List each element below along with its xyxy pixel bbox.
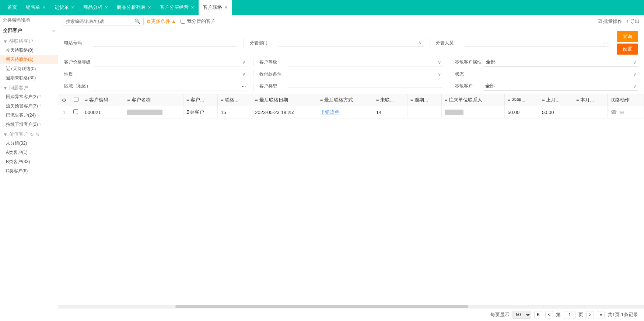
close-icon[interactable]: ✕	[42, 5, 46, 10]
more-icon[interactable]: ···	[242, 83, 246, 89]
horizontal-scrollbar[interactable]	[58, 305, 644, 308]
filter-region-select[interactable]: ···	[94, 82, 247, 90]
chevron-down-icon: ∨	[419, 40, 422, 45]
close-icon[interactable]: ✕	[191, 5, 194, 10]
filter-person: 分管人员 ···	[436, 39, 609, 47]
filter-row-3: 性质 ∨ 收付款条件 ∨ 状态	[64, 70, 638, 79]
collapse-icon[interactable]: «	[52, 28, 55, 34]
table-wrap: ⚙ ≡ 客户编码 ≡ 客户名称 ≡ 客户... ≡ 联络... ≡ 最后联络日期…	[58, 94, 644, 305]
filter-customer-type-select[interactable]	[288, 85, 442, 87]
th-type: ≡ 客户...	[183, 94, 218, 106]
row-check[interactable]	[73, 109, 78, 114]
filter-retail-select[interactable]: 全部 ∨	[484, 82, 638, 91]
search-input-wrap: 🔍	[63, 17, 144, 25]
filter-customer-level-select[interactable]: ∨	[288, 58, 442, 66]
check-all[interactable]	[74, 97, 78, 102]
page-input[interactable]	[564, 311, 575, 318]
divider	[430, 38, 430, 47]
next-page-btn[interactable]: >	[586, 311, 594, 318]
last-page-btn[interactable]: »	[597, 311, 605, 318]
search-input[interactable]	[66, 19, 134, 24]
td-contacts: 15	[218, 106, 252, 118]
nav-product-analysis[interactable]: 商品分析 ✕	[79, 0, 112, 15]
filter-status-label: 状态	[455, 71, 481, 77]
filter-retail-attr-select[interactable]: 全部 ∨	[484, 58, 638, 67]
search-icon[interactable]: 🔍	[134, 18, 140, 24]
export-btn[interactable]: ↑ 导出	[627, 18, 640, 25]
td-not-contacted: 14	[373, 106, 407, 118]
content-area: 🔍 ⧉ 更多条件 ▲ 我分管的客户 ☑ 批量操作 ↑ 导出	[58, 15, 644, 321]
my-customers-checkbox[interactable]	[181, 19, 185, 24]
phone-icon[interactable]: ☎	[610, 109, 617, 115]
th-check	[70, 94, 82, 106]
sidebar-item-c-class[interactable]: C类客户(6)	[0, 166, 58, 176]
th-last-method: ≡ 最后联络方式	[317, 94, 373, 106]
th-action: 联络动作	[608, 94, 644, 106]
sidebar-item-abnormal[interactable]: 回购异常客户(2) ?	[0, 92, 58, 101]
last-method-link[interactable]: 下销货单	[320, 109, 339, 115]
page-label: 第	[556, 311, 561, 318]
main-layout: 🔍 全部客户 « ▼ 待联络客户 今天待联络(0) 明天待联络(1) 近7天待联…	[0, 15, 644, 321]
sidebar-search-input[interactable]	[3, 17, 58, 23]
filter-person-select[interactable]: ···	[465, 39, 609, 47]
filter-phone-input[interactable]	[93, 39, 238, 47]
divider	[244, 38, 244, 47]
sidebar-item-ungrouped[interactable]: 未分组(32)	[0, 139, 58, 148]
sidebar-item-today[interactable]: 今天待联络(0)	[0, 46, 58, 55]
arrow-icon: ▼	[3, 39, 8, 44]
batch-btn[interactable]: ☑ 批量操作	[598, 18, 622, 25]
chevron-down-icon: ∨	[438, 71, 441, 77]
filter-status-select[interactable]: ∨	[484, 70, 638, 78]
nav-purchase[interactable]: 进货单 ✕	[50, 0, 79, 15]
close-icon[interactable]: ✕	[71, 5, 74, 10]
sidebar-item-a-class[interactable]: A类客户(1)	[0, 148, 58, 157]
sidebar-item-b-class[interactable]: B类客户(33)	[0, 157, 58, 166]
filter-dept-select[interactable]: ∨	[279, 39, 423, 47]
sidebar-item-7days[interactable]: 近7天待联络(0)	[0, 64, 58, 73]
chevron-down-icon: ∨	[633, 71, 637, 77]
chevron-down-icon: ∨	[242, 71, 246, 77]
sidebar-item-declining[interactable]: 持续下滑客户(2) ?	[0, 120, 58, 129]
filter-row-4: 区域（地区） ··· 客户类型 零散客户	[64, 82, 638, 91]
td-last-method: 下销货单	[317, 106, 373, 118]
action-btns: 查询 设置	[614, 31, 638, 55]
td-unit-contact: ██	[442, 106, 505, 118]
th-settings[interactable]: ⚙	[58, 94, 70, 106]
filter-phone-label: 电话号码	[64, 40, 90, 46]
filter-payment-select[interactable]: ∨	[288, 70, 442, 78]
nav-sales[interactable]: 销售单 ✕	[21, 0, 50, 15]
sidebar-item-lost[interactable]: 已流失客户(24) ?	[0, 111, 58, 120]
sidebar: 🔍 全部客户 « ▼ 待联络客户 今天待联络(0) 明天待联络(1) 近7天待联…	[0, 15, 58, 321]
nav-customer-tier[interactable]: 客户分层经营 ✕	[155, 0, 199, 15]
filter-payment: 收付款条件 ∨	[259, 70, 442, 78]
more-filter-btn[interactable]: ⧉ 更多条件 ▲	[147, 18, 176, 25]
sidebar-item-tomorrow[interactable]: 明天待联络(1)	[0, 55, 58, 64]
nav-home[interactable]: 首页	[3, 0, 21, 15]
close-icon[interactable]: ✕	[105, 5, 108, 10]
first-page-btn[interactable]: K	[534, 311, 542, 318]
chevron-down-icon: ∨	[633, 59, 637, 65]
top-nav: 首页 销售单 ✕ 进货单 ✕ 商品分析 ✕ 商品分析列表 ✕ 客户分层经营 ✕ …	[0, 0, 644, 15]
close-icon[interactable]: ✕	[148, 5, 151, 10]
td-this-year: 50.00	[504, 106, 539, 118]
nav-customer-contact[interactable]: 客户联络 ✕	[199, 0, 232, 15]
all-customers-header[interactable]: 全部客户 «	[0, 25, 58, 36]
query-btn[interactable]: 查询	[617, 31, 638, 42]
filter-price-level-select[interactable]: ∨	[94, 58, 247, 66]
filter-nature-select[interactable]: ∨	[93, 70, 247, 78]
set-btn[interactable]: 设置	[617, 44, 638, 55]
nav-product-list[interactable]: 商品分析列表 ✕	[112, 0, 155, 15]
divider	[449, 70, 449, 79]
filter-customer-level-label: 客户等级	[259, 59, 285, 65]
chevron-down-icon: ∨	[438, 59, 441, 65]
page-size-select[interactable]: 50 100 200	[512, 311, 531, 319]
grid-icon[interactable]: ⊞	[620, 109, 624, 115]
scrollbar-thumb[interactable]	[175, 305, 468, 308]
filter-region-label: 区域（地区）	[64, 83, 91, 89]
more-icon[interactable]: ···	[604, 40, 608, 45]
sidebar-item-overdue[interactable]: 逾期未联络(30)	[0, 73, 58, 83]
close-icon[interactable]: ✕	[224, 5, 228, 10]
prev-page-btn[interactable]: <	[545, 311, 553, 318]
filter-customer-type: 客户类型	[259, 83, 442, 89]
sidebar-item-risk[interactable]: 流失预警客户(3) ?	[0, 101, 58, 111]
